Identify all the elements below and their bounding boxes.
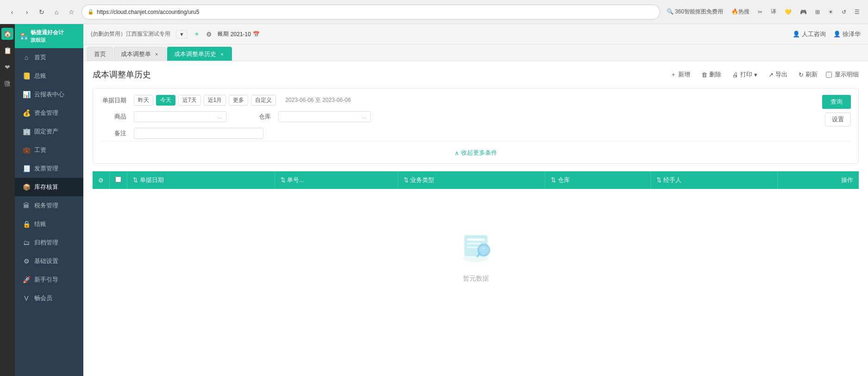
refresh-button[interactable]: ↻ [35,6,48,19]
remark-input[interactable] [134,128,263,139]
calendar-icon[interactable]: 📅 [253,31,260,38]
grid-tool[interactable]: ⊞ [812,8,823,16]
th-biz-type-label: ⇅ 业务类型 [404,176,435,184]
icon-bar-item-3[interactable]: ❤ [1,61,13,73]
icon-bar-item-weibo[interactable]: 微 [1,78,13,90]
sidebar-item-invoice[interactable]: 🧾 发票管理 [15,159,83,178]
th-checkbox[interactable] [110,171,127,189]
forward-button[interactable]: › [20,6,33,19]
sidebar-item-closing[interactable]: 🔒 结账 [15,215,83,233]
print-btn[interactable]: 🖨 打印 ▾ [730,69,760,81]
address-bar[interactable]: 🔒 https://cloud.chanjet.com/accounting/u… [81,5,660,19]
th-warehouse[interactable]: ⇅ 仓库 [545,171,651,189]
sidebar-item-icon-invoice: 🧾 [22,165,31,172]
date-btn-custom[interactable]: 自定义 [251,95,276,106]
new-btn[interactable]: ＋ 新增 [668,69,693,81]
tab-home[interactable]: 首页 [87,47,113,61]
tab-cost-adjust-history-close[interactable]: × [219,51,225,57]
sidebar-item-label-finance: 资金管理 [34,109,58,117]
tab-cost-adjust-history[interactable]: 成本调整单历史 × [167,47,231,61]
search-tool[interactable]: 🔍 360智能抠图免费用 [664,7,726,17]
filter-fields: 单据日期 昨天 今天 近7天 近1月 更多 自定义 2023-06-06 至 2… [100,95,822,139]
date-range: 2023-06-06 至 2023-06-06 [285,96,350,104]
query-btn[interactable]: 查询 [822,95,851,109]
collapse-label: 收起更多条件 [461,149,497,157]
undo-tool[interactable]: ↺ [839,8,849,16]
table-header: ⚙ ⇅ 单据日期 ⇅ 单号... [93,171,859,189]
tab-cost-adjust[interactable]: 成本调整单 × [114,47,166,61]
show-cols-btn[interactable]: 显示明细 [826,70,859,79]
sidebar-item-label-invoice: 发票管理 [34,164,58,173]
page-content: 成本调整单历史 ＋ 新增 🗑 删除 🖨 打印 ▾ [83,61,868,376]
warehouse-more-dots[interactable]: ... [362,113,367,120]
date-label: 单据日期 [100,96,126,105]
collapse-row: ∧ 收起更多条件 [100,141,851,157]
icon-bar-item-active[interactable]: 🏠 [1,28,13,40]
add-company-btn[interactable]: ＋ [193,29,200,39]
sidebar-item-salary[interactable]: 💼 工资 [15,141,83,159]
date-btn-yesterday[interactable]: 昨天 [134,95,153,106]
user-profile-btn[interactable]: 👤 徐泽华 [833,30,861,38]
sidebar-item-icon-archive: 🗂 [22,239,31,246]
star-button[interactable]: ☆ [65,6,78,19]
th-no[interactable]: ⇅ 单号... [275,171,398,189]
customer-service-btn[interactable]: 👤 人工咨询 [793,30,826,38]
sidebar-item-fixed-assets[interactable]: 🏢 固定资产 [15,122,83,141]
date-btn-today[interactable]: 今天 [156,95,175,106]
sidebar-item-icon-home: ⌂ [22,54,31,61]
date-btn-7days[interactable]: 近7天 [178,95,201,106]
export-btn[interactable]: ↗ 导出 [766,69,790,81]
sidebar-item-archive[interactable]: 🗂 归档管理 [15,233,83,252]
sidebar-item-icon-settings: ⚙ [22,257,31,265]
tab-cost-adjust-close[interactable]: × [154,51,159,57]
main-content: (勿删勿禁用）江西服宝测试专用 ▼ ＋ ⚙ 账期 2021-10 📅 👤 人工咨… [83,24,868,376]
select-all-checkbox[interactable] [115,176,121,182]
brightness-tool[interactable]: ☀ [825,8,836,16]
sidebar-item-ledger[interactable]: 📒 总账 [15,67,83,85]
sidebar-item-reports[interactable]: 📊 云报表中心 [15,85,83,104]
menu-tool[interactable]: ☰ [852,8,862,16]
top-bar-left: (勿删勿禁用）江西服宝测试专用 ▼ ＋ ⚙ 账期 2021-10 📅 [91,29,260,39]
product-more-dots[interactable]: ... [218,113,222,120]
date-btn-1month[interactable]: 近1月 [204,95,226,106]
browser-right-tools: 🔍 360智能抠图免费用 🔥热搜 ✂ 译 💛 🎮 ⊞ ☀ ↺ ☰ [664,7,862,17]
th-date[interactable]: ⇅ 单据日期 [127,171,275,189]
sidebar-item-inventory[interactable]: 📦 库存核算 [15,178,83,196]
back-button[interactable]: ‹ [6,6,19,19]
settings-top-btn[interactable]: ⚙ [206,31,212,38]
sidebar-item-home[interactable]: ⌂ 首页 [15,48,83,67]
sidebar-item-member[interactable]: V 畅会员 [15,289,83,307]
empty-text: 暂元数据 [93,275,859,283]
browser-nav-buttons: ‹ › ↻ ⌂ ☆ [6,6,78,19]
date-btn-more[interactable]: 更多 [229,95,248,106]
period-label: 账期 [218,30,229,38]
th-biz-type[interactable]: ⇅ 业务类型 [398,171,545,189]
logo-icon: 🏪 [20,33,28,40]
scissors-tool[interactable]: ✂ [755,8,765,16]
collapse-arrow-icon: ∧ [455,150,459,157]
sidebar-item-guide[interactable]: 🚀 新手引导 [15,270,83,289]
refresh-btn[interactable]: ↻ 刷新 [796,69,820,81]
sidebar-item-settings[interactable]: ⚙ 基础设置 [15,252,83,270]
sidebar-item-finance[interactable]: 💰 资金管理 [15,104,83,122]
hot-tool[interactable]: 🔥热搜 [729,7,752,17]
collapse-btn[interactable]: ∧ 收起更多条件 [455,149,497,157]
show-cols-checkbox[interactable] [826,72,832,78]
product-select[interactable]: ... [134,111,226,122]
delete-btn[interactable]: 🗑 删除 [699,69,724,81]
th-gear[interactable]: ⚙ [93,171,110,189]
sidebar-item-tax[interactable]: 🏛 税务管理 [15,196,83,215]
warehouse-select[interactable]: ... [278,111,371,122]
gear-icon[interactable]: ⚙ [98,177,104,184]
home-button[interactable]: ⌂ [50,6,63,19]
game-tool[interactable]: 🎮 [797,8,810,16]
th-handler[interactable]: ⇅ 经手人 [651,171,777,189]
company-dropdown-btn[interactable]: ▼ [176,30,187,38]
settings-query-btn[interactable]: 设置 [825,113,851,126]
translate-tool[interactable]: 译 [768,7,779,17]
svg-rect-3 [467,243,481,244]
refresh-icon: ↻ [799,71,804,78]
wallet-tool[interactable]: 💛 [782,8,794,16]
page-header: 成本调整单历史 ＋ 新增 🗑 删除 🖨 打印 ▾ [93,69,859,81]
icon-bar-item-2[interactable]: 📋 [1,44,13,56]
